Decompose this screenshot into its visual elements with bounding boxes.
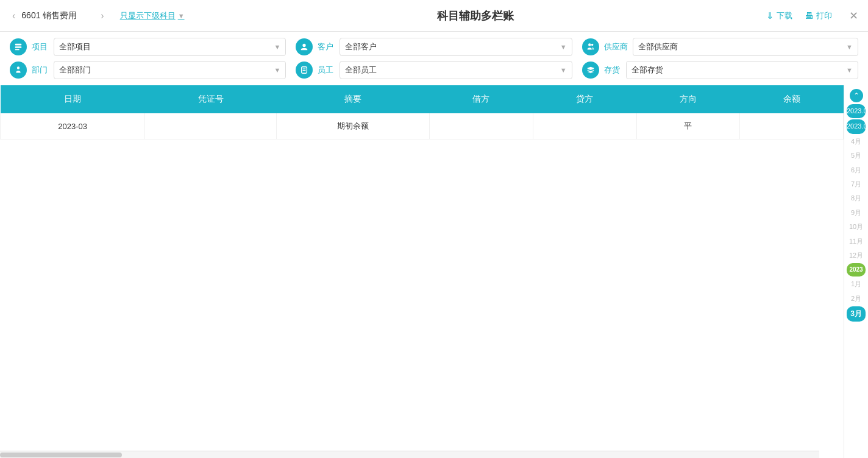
download-button[interactable]: ⇓ 下载 [766, 10, 792, 21]
download-icon: ⇓ [766, 10, 774, 21]
employee-value: 全部员工 [345, 65, 377, 76]
top-actions: ⇓ 下载 🖶 打印 ✕ [766, 9, 858, 23]
col-voucher: 凭证号 [145, 85, 276, 113]
download-label: 下载 [777, 10, 792, 21]
project-icon [10, 38, 27, 55]
supplier-value: 全部供应商 [638, 41, 678, 52]
timeline-5[interactable]: 5月 [844, 149, 868, 163]
project-label: 项目 [32, 41, 49, 52]
svg-point-3 [588, 43, 591, 46]
cell-date: 2023-03 [1, 113, 145, 139]
show-sub-button[interactable]: 只显示下级科目 ▼ [120, 10, 185, 21]
department-icon [10, 62, 27, 79]
timeline-12[interactable]: 12月 [844, 248, 868, 262]
print-label: 打印 [816, 10, 832, 21]
project-value: 全部项目 [59, 41, 91, 52]
department-value: 全部部门 [59, 65, 91, 76]
h-scrollbar-thumb [0, 453, 122, 457]
show-sub-dropdown-arrow: ▼ [178, 12, 185, 19]
timeline-active-2[interactable]: 2023.03 [847, 119, 866, 133]
data-table: 日期 凭证号 摘要 借方 贷方 方向 余额 2023-03期初余额平 [0, 85, 844, 139]
inventory-select[interactable]: 全部存货 ▼ [626, 61, 858, 79]
timeline-active-1[interactable]: 2023.03 [847, 104, 866, 118]
col-debit: 借方 [430, 85, 533, 113]
timeline-3-current[interactable]: 3月 [847, 306, 866, 322]
timeline-4[interactable]: 4月 [844, 135, 868, 149]
svg-rect-8 [303, 70, 306, 71]
cell-direction: 平 [636, 113, 740, 139]
filter-employee-row: 员工 全部员工 ▼ [296, 61, 572, 79]
timeline-up-arrow[interactable]: ⌃ [850, 89, 863, 102]
timeline-9[interactable]: 9月 [844, 206, 868, 220]
project-dropdown-arrow: ▼ [274, 43, 280, 51]
supplier-select[interactable]: 全部供应商 ▼ [633, 38, 858, 56]
customer-dropdown-arrow: ▼ [560, 43, 567, 51]
table-container[interactable]: 日期 凭证号 摘要 借方 贷方 方向 余额 2023-03期初余额平 [0, 85, 844, 458]
supplier-icon [582, 38, 599, 55]
page-title: 科目辅助多栏账 [185, 9, 766, 23]
cell-voucher [145, 113, 276, 139]
svg-point-5 [17, 66, 20, 69]
filter-customer-row: 客户 全部客户 ▼ [296, 38, 572, 56]
account-code: 6601 销售费用 [21, 10, 94, 21]
svg-point-4 [591, 44, 594, 46]
col-date: 日期 [1, 85, 145, 113]
nav-left: ‹ 6601 销售费用 › 只显示下级科目 ▼ [10, 9, 185, 23]
timeline-year-2023[interactable]: 2023 [847, 263, 866, 277]
timeline-7[interactable]: 7月 [844, 177, 868, 191]
filter-department-row: 部门 全部部门 ▼ [10, 61, 286, 79]
timeline-10[interactable]: 10月 [844, 220, 868, 234]
right-timeline: ⌃ 2023.03 2023.03 4月 5月 6月 7月 8月 9月 10月 … [844, 85, 868, 458]
employee-icon [296, 62, 313, 79]
show-sub-label: 只显示下级科目 [120, 10, 176, 21]
project-select[interactable]: 全部项目 ▼ [54, 38, 286, 56]
close-button[interactable]: ✕ [849, 9, 858, 23]
supplier-label: 供应商 [604, 41, 628, 52]
inventory-icon [582, 62, 599, 79]
col-direction: 方向 [636, 85, 740, 113]
inventory-dropdown-arrow: ▼ [846, 66, 853, 74]
prev-arrow[interactable]: ‹ [10, 9, 18, 23]
timeline-2[interactable]: 2月 [844, 292, 868, 306]
filter-area: 项目 全部项目 ▼ 客户 全部客户 ▼ 供应商 全部供应商 ▼ [0, 32, 868, 85]
customer-value: 全部客户 [345, 41, 377, 52]
supplier-dropdown-arrow: ▼ [846, 43, 853, 51]
inventory-value: 全部存货 [631, 65, 663, 76]
main-window: ‹ 6601 销售费用 › 只显示下级科目 ▼ 科目辅助多栏账 ⇓ 下载 🖶 打… [0, 0, 868, 458]
timeline-11[interactable]: 11月 [844, 234, 868, 248]
top-bar: ‹ 6601 销售费用 › 只显示下级科目 ▼ 科目辅助多栏账 ⇓ 下载 🖶 打… [0, 0, 868, 32]
h-scrollbar[interactable] [0, 451, 819, 458]
table-row: 2023-03期初余额平 [1, 113, 844, 139]
print-icon: 🖶 [805, 10, 814, 21]
table-header-row: 日期 凭证号 摘要 借方 贷方 方向 余额 [1, 85, 844, 113]
content-area: 日期 凭证号 摘要 借方 贷方 方向 余额 2023-03期初余额平 ⌃ 202… [0, 85, 868, 458]
filter-supplier-row: 供应商 全部供应商 ▼ [582, 38, 858, 56]
print-button[interactable]: 🖶 打印 [805, 10, 832, 21]
employee-label: 员工 [318, 65, 335, 76]
filter-inventory-row: 存货 全部存货 ▼ [582, 61, 858, 79]
cell-balance [740, 113, 844, 139]
svg-rect-7 [303, 68, 306, 69]
filter-project-row: 项目 全部项目 ▼ [10, 38, 286, 56]
svg-rect-2 [15, 49, 20, 51]
customer-icon [296, 38, 313, 55]
department-label: 部门 [32, 65, 49, 76]
employee-select[interactable]: 全部员工 ▼ [340, 61, 572, 79]
col-credit: 贷方 [533, 85, 636, 113]
next-arrow[interactable]: › [98, 9, 106, 23]
employee-dropdown-arrow: ▼ [560, 66, 567, 74]
cell-credit [533, 113, 636, 139]
col-balance: 余额 [740, 85, 844, 113]
timeline-1[interactable]: 1月 [844, 277, 868, 291]
svg-rect-1 [15, 46, 22, 48]
department-dropdown-arrow: ▼ [274, 66, 280, 74]
customer-select[interactable]: 全部客户 ▼ [340, 38, 572, 56]
customer-label: 客户 [318, 41, 335, 52]
department-select[interactable]: 全部部门 ▼ [54, 61, 286, 79]
cell-summary: 期初余额 [276, 113, 429, 139]
timeline-8[interactable]: 8月 [844, 191, 868, 205]
col-summary: 摘要 [276, 85, 429, 113]
cell-debit [430, 113, 533, 139]
timeline-6[interactable]: 6月 [844, 163, 868, 177]
inventory-label: 存货 [604, 65, 621, 76]
